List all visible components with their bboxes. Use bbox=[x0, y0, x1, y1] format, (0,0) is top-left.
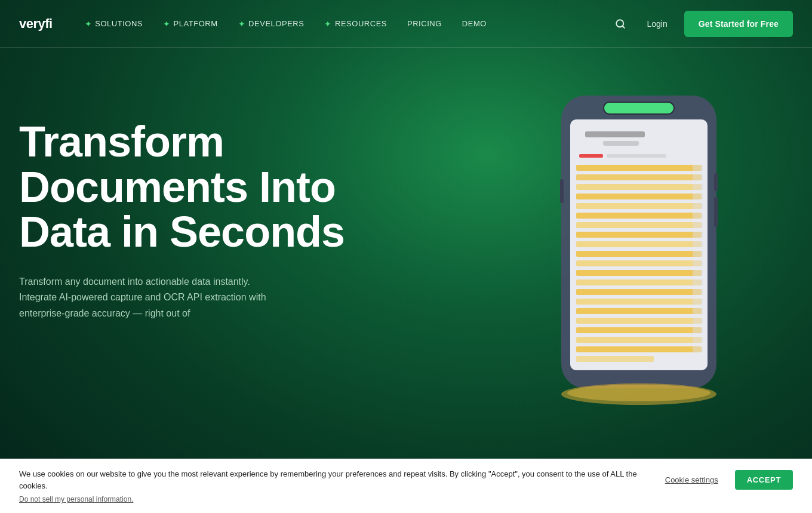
svg-rect-14 bbox=[576, 184, 702, 190]
svg-rect-19 bbox=[693, 203, 703, 209]
nav-pricing[interactable]: PRICING bbox=[399, 14, 450, 33]
phone-illustration bbox=[525, 84, 752, 418]
logo[interactable]: veryfi bbox=[19, 16, 53, 32]
resources-spark-icon: ✦ bbox=[324, 19, 332, 29]
svg-rect-10 bbox=[576, 165, 702, 171]
hero-description: Transform any document into actionable d… bbox=[19, 274, 270, 321]
svg-rect-9 bbox=[607, 154, 666, 158]
svg-point-52 bbox=[567, 385, 710, 401]
svg-rect-20 bbox=[576, 213, 702, 219]
nav-developers-label: DEVELOPERS bbox=[248, 19, 304, 28]
nav-resources-label: RESOURCES bbox=[335, 19, 387, 28]
search-button[interactable] bbox=[611, 14, 630, 33]
svg-rect-37 bbox=[693, 289, 703, 295]
svg-rect-50 bbox=[576, 356, 654, 362]
nav-links: ✦ SOLUTIONS ✦ PLATFORM ✦ DEVELOPERS ✦ RE… bbox=[53, 14, 611, 33]
svg-rect-54 bbox=[714, 173, 718, 191]
svg-rect-25 bbox=[693, 232, 703, 238]
svg-rect-49 bbox=[693, 346, 703, 352]
svg-rect-47 bbox=[693, 337, 703, 343]
svg-rect-29 bbox=[693, 251, 703, 257]
nav-resources[interactable]: ✦ RESOURCES bbox=[316, 14, 395, 33]
nav-demo[interactable]: DEMO bbox=[454, 14, 495, 33]
cookie-banner: We use cookies on our website to give yo… bbox=[0, 459, 812, 513]
svg-rect-21 bbox=[693, 213, 703, 219]
svg-rect-41 bbox=[693, 308, 703, 314]
svg-rect-23 bbox=[693, 222, 703, 228]
svg-rect-55 bbox=[714, 197, 718, 227]
svg-rect-45 bbox=[693, 327, 703, 333]
login-button[interactable]: Login bbox=[639, 14, 674, 33]
solutions-spark-icon: ✦ bbox=[85, 19, 93, 29]
svg-rect-35 bbox=[693, 279, 703, 285]
svg-rect-13 bbox=[693, 174, 703, 180]
cookie-top-row: We use cookies on our website to give yo… bbox=[19, 468, 793, 492]
svg-rect-5 bbox=[604, 103, 673, 113]
svg-rect-8 bbox=[579, 154, 603, 158]
search-icon bbox=[615, 19, 626, 29]
svg-rect-53 bbox=[560, 179, 564, 203]
svg-rect-40 bbox=[576, 308, 702, 314]
nav-platform[interactable]: ✦ PLATFORM bbox=[155, 14, 226, 33]
svg-rect-43 bbox=[693, 318, 703, 324]
nav-developers[interactable]: ✦ DEVELOPERS bbox=[230, 14, 313, 33]
svg-line-1 bbox=[623, 26, 625, 27]
nav-right: Login Get Started for Free bbox=[611, 11, 793, 37]
svg-rect-38 bbox=[576, 299, 702, 305]
svg-rect-44 bbox=[576, 327, 702, 333]
svg-rect-30 bbox=[576, 260, 702, 266]
svg-rect-32 bbox=[576, 270, 702, 276]
svg-rect-36 bbox=[576, 289, 702, 295]
hero-phone-visual bbox=[525, 84, 800, 442]
nav-demo-label: DEMO bbox=[462, 19, 487, 28]
nav-pricing-label: PRICING bbox=[407, 19, 442, 28]
svg-rect-46 bbox=[576, 337, 702, 343]
svg-rect-34 bbox=[576, 279, 702, 285]
svg-rect-11 bbox=[693, 165, 703, 171]
hero-section: Transform Documents Into Data in Seconds… bbox=[0, 48, 812, 513]
svg-rect-22 bbox=[576, 222, 702, 228]
cookie-buttons: Cookie settings ACCEPT bbox=[656, 470, 793, 490]
svg-rect-17 bbox=[693, 193, 703, 199]
get-started-button[interactable]: Get Started for Free bbox=[684, 11, 793, 37]
svg-rect-18 bbox=[576, 203, 702, 209]
svg-rect-16 bbox=[576, 193, 702, 199]
svg-rect-39 bbox=[693, 299, 703, 305]
svg-rect-7 bbox=[603, 141, 639, 146]
svg-rect-28 bbox=[576, 251, 702, 257]
nav-platform-label: PLATFORM bbox=[174, 19, 218, 28]
nav-solutions[interactable]: ✦ SOLUTIONS bbox=[76, 14, 151, 33]
svg-rect-48 bbox=[576, 346, 702, 352]
svg-rect-27 bbox=[693, 241, 703, 247]
svg-rect-15 bbox=[693, 184, 703, 190]
svg-rect-42 bbox=[576, 318, 702, 324]
hero-title: Transform Documents Into Data in Seconds bbox=[19, 119, 353, 255]
svg-rect-12 bbox=[576, 174, 702, 180]
svg-rect-31 bbox=[693, 260, 703, 266]
cookie-settings-button[interactable]: Cookie settings bbox=[656, 470, 728, 490]
nav-solutions-label: SOLUTIONS bbox=[95, 19, 143, 28]
logo-text: veryfi bbox=[19, 16, 53, 32]
platform-spark-icon: ✦ bbox=[163, 19, 171, 29]
svg-rect-24 bbox=[576, 232, 702, 238]
main-navigation: veryfi ✦ SOLUTIONS ✦ PLATFORM ✦ DEVELOPE… bbox=[0, 0, 812, 48]
accept-cookies-button[interactable]: ACCEPT bbox=[735, 470, 793, 490]
cookie-message: We use cookies on our website to give yo… bbox=[19, 468, 644, 492]
svg-rect-6 bbox=[585, 131, 645, 137]
developers-spark-icon: ✦ bbox=[238, 19, 246, 29]
svg-rect-33 bbox=[693, 270, 703, 276]
hero-content: Transform Documents Into Data in Seconds… bbox=[19, 48, 353, 321]
svg-rect-26 bbox=[576, 241, 702, 247]
do-not-sell-link[interactable]: Do not sell my personal information. bbox=[19, 495, 793, 503]
